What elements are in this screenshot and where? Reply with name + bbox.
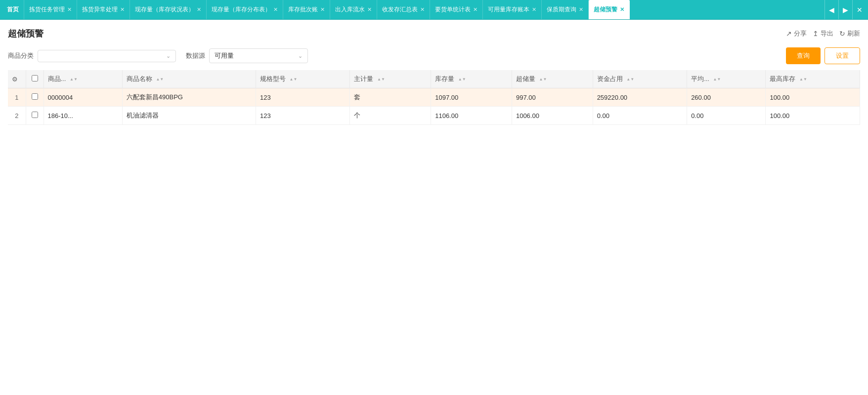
col-max-inventory: 最高库存 ▲▼ — [766, 70, 860, 88]
datasource-label: 数据源 — [186, 51, 205, 60]
nav-tab-inventoryStatus[interactable]: 现存量（库存状况表） ✕ — [130, 0, 207, 20]
inventoryBatch-close-icon[interactable]: ✕ — [320, 6, 325, 13]
col-product-code-label: 商品... — [48, 75, 66, 82]
col-product-code-sort-icon[interactable]: ▲▼ — [70, 78, 78, 81]
refresh-button[interactable]: ↻ 刷新 — [839, 29, 860, 38]
row-avg: 0.00 — [687, 107, 766, 125]
inventoryDist-close-icon[interactable]: ✕ — [273, 6, 278, 13]
col-gear: ⚙ — [8, 70, 26, 88]
availQty-tab-label: 可用量库存账本 — [488, 5, 529, 14]
nav-tab-home[interactable]: 首页 — [2, 0, 24, 20]
row-inventory: 1097.00 — [431, 88, 512, 107]
share-icon: ↗ — [786, 30, 792, 38]
row-checkbox[interactable] — [32, 112, 38, 118]
orderStat-tab-label: 要货单统计表 — [435, 5, 471, 14]
row-capital: 0.00 — [593, 107, 687, 125]
row-max-inventory: 100.00 — [766, 88, 860, 107]
export-label: 导出 — [821, 29, 833, 38]
datasource-select[interactable]: 可用量 ⌄ — [209, 48, 308, 63]
row-spec: 123 — [256, 88, 350, 107]
inventoryStatus-close-icon[interactable]: ✕ — [197, 6, 201, 13]
nav-prev-button[interactable]: ◀ — [825, 0, 838, 20]
row-product-name: 机油滤清器 — [122, 107, 256, 125]
orderStat-close-icon[interactable]: ✕ — [473, 6, 477, 13]
col-spec: 规格型号 ▲▼ — [256, 70, 350, 88]
col-inventory-sort-icon[interactable]: ▲▼ — [458, 78, 466, 81]
col-unit-sort-icon[interactable]: ▲▼ — [377, 78, 385, 81]
inventoryStatus-tab-label: 现存量（库存状况表） — [135, 5, 194, 14]
product-category-label: 商品分类 — [8, 51, 34, 60]
col-spec-sort-icon[interactable]: ▲▼ — [290, 78, 298, 81]
nav-tab-lhAbnormal[interactable]: 拣货异常处理 ✕ — [77, 0, 130, 20]
row-product-name: 六配套新昌490BPG — [122, 88, 256, 107]
nav-arrows: ◀ ▶ ✕ — [825, 0, 866, 20]
header-actions: ↗ 分享 ↥ 导出 ↻ 刷新 — [786, 29, 860, 38]
row-number: 1 — [8, 88, 26, 107]
nav-tab-orderStat[interactable]: 要货单统计表 ✕ — [430, 0, 483, 20]
nav-tab-inventoryDist[interactable]: 现存量（库存分布表） ✕ — [207, 0, 283, 20]
settings-button[interactable]: 设置 — [825, 47, 860, 64]
recvSend-close-icon[interactable]: ✕ — [420, 6, 425, 13]
availQty-close-icon[interactable]: ✕ — [532, 6, 536, 13]
datasource-filter: 数据源 可用量 ⌄ — [186, 48, 308, 63]
lhTask-close-icon[interactable]: ✕ — [67, 6, 72, 13]
export-button[interactable]: ↥ 导出 — [813, 29, 833, 38]
nav-tab-ioFlow[interactable]: 出入库流水 ✕ — [330, 0, 377, 20]
nav-tab-availQty[interactable]: 可用量库存账本 ✕ — [483, 0, 542, 20]
row-product-code: 0000004 — [43, 88, 122, 107]
share-label: 分享 — [794, 29, 807, 38]
overStock-close-icon[interactable]: ✕ — [620, 6, 624, 13]
filter-buttons: 查询 设置 — [786, 47, 860, 64]
row-spec: 123 — [256, 107, 350, 125]
data-table: ⚙ 商品... ▲▼ 商品名称 ▲▼ 规格型号 ▲▼ 主计 — [8, 70, 860, 125]
overStock-tab-label: 超储预警 — [594, 5, 617, 14]
table-header-row: ⚙ 商品... ▲▼ 商品名称 ▲▼ 规格型号 ▲▼ 主计 — [8, 70, 860, 88]
product-category-select[interactable]: ⌄ — [38, 50, 176, 62]
row-avg: 260.00 — [687, 88, 766, 107]
row-overstock: 997.00 — [512, 88, 593, 107]
inventoryDist-tab-label: 现存量（库存分布表） — [212, 5, 271, 14]
nav-tab-recvSend[interactable]: 收发存汇总表 ✕ — [377, 0, 430, 20]
table-row: 1 0000004 六配套新昌490BPG 123 套 1097.00 997.… — [8, 88, 860, 107]
nav-close-all-button[interactable]: ✕ — [852, 0, 866, 20]
row-checkbox[interactable] — [32, 93, 38, 100]
nav-tab-lhTask[interactable]: 拣货任务管理 ✕ — [24, 0, 77, 20]
nav-tab-qualityDate[interactable]: 保质期查询 ✕ — [542, 0, 589, 20]
col-avg: 平均... ▲▼ — [687, 70, 766, 88]
table-row: 2 186-10... 机油滤清器 123 个 1106.00 1006.00 … — [8, 107, 860, 125]
nav-next-button[interactable]: ▶ — [838, 0, 852, 20]
col-inventory: 库存量 ▲▼ — [431, 70, 512, 88]
col-overstock-sort-icon[interactable]: ▲▼ — [539, 78, 547, 81]
lhAbnormal-close-icon[interactable]: ✕ — [120, 6, 125, 13]
qualityDate-close-icon[interactable]: ✕ — [579, 6, 583, 13]
col-unit: 主计量 ▲▼ — [350, 70, 431, 88]
col-max-inventory-sort-icon[interactable]: ▲▼ — [799, 78, 807, 81]
col-checkbox — [26, 70, 43, 88]
ioFlow-close-icon[interactable]: ✕ — [367, 6, 372, 13]
filter-row: 商品分类 ⌄ 数据源 可用量 ⌄ 查询 设置 — [8, 47, 860, 64]
col-product-name-label: 商品名称 — [127, 75, 152, 82]
product-category-chevron-icon: ⌄ — [166, 53, 171, 59]
top-nav: 首页 拣货任务管理 ✕ 拣货异常处理 ✕ 现存量（库存状况表） ✕ 现存量（库存… — [0, 0, 868, 20]
row-checkbox-cell — [26, 88, 43, 107]
gear-icon[interactable]: ⚙ — [12, 76, 18, 83]
table-body: 1 0000004 六配套新昌490BPG 123 套 1097.00 997.… — [8, 88, 860, 125]
query-button[interactable]: 查询 — [786, 47, 821, 64]
refresh-icon: ↻ — [839, 30, 845, 38]
col-avg-sort-icon[interactable]: ▲▼ — [713, 78, 721, 81]
col-capital-sort-icon[interactable]: ▲▼ — [626, 78, 634, 81]
home-tab-label: 首页 — [7, 5, 19, 14]
col-capital: 资金占用 ▲▼ — [593, 70, 687, 88]
refresh-label: 刷新 — [847, 29, 860, 38]
col-product-name-sort-icon[interactable]: ▲▼ — [156, 78, 164, 81]
nav-tab-inventoryBatch[interactable]: 库存批次账 ✕ — [283, 0, 330, 20]
qualityDate-tab-label: 保质期查询 — [547, 5, 576, 14]
ioFlow-tab-label: 出入库流水 — [335, 5, 365, 14]
nav-tab-overStock[interactable]: 超储预警 ✕ — [589, 0, 630, 20]
col-capital-label: 资金占用 — [597, 75, 623, 82]
col-max-inventory-label: 最高库存 — [770, 75, 795, 82]
col-inventory-label: 库存量 — [435, 75, 454, 82]
row-product-code: 186-10... — [43, 107, 122, 125]
share-button[interactable]: ↗ 分享 — [786, 29, 807, 38]
select-all-checkbox[interactable] — [32, 75, 38, 81]
